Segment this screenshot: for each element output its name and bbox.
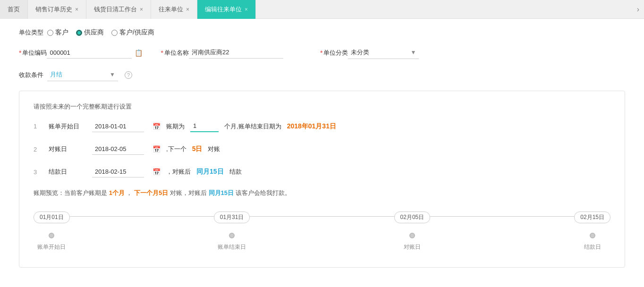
- unit-name-label: 单位名称: [164, 49, 189, 57]
- timeline-node-1: 01月01日 账单开始日: [34, 211, 70, 251]
- help-icon[interactable]: ?: [125, 71, 132, 79]
- timeline-date-1: 01月01日: [34, 211, 70, 223]
- timeline-dot-2: [229, 233, 235, 238]
- preview-period: 1个月: [109, 189, 125, 196]
- unit-code-input[interactable]: [47, 47, 132, 59]
- unit-type-label: 单位类型: [19, 28, 43, 37]
- tab-edit-partner-close[interactable]: ×: [245, 6, 248, 13]
- unit-category-select[interactable]: 未分类 ▼: [348, 46, 419, 59]
- unit-type-row: 单位类型 客户 供应商 客户/供应商: [19, 28, 625, 37]
- unit-type-radio-group: 客户 供应商 客户/供应商: [47, 28, 154, 37]
- category-dropdown-icon: ▼: [410, 49, 416, 56]
- tab-home[interactable]: 首页: [0, 0, 28, 19]
- reconcile-date-calendar-icon[interactable]: 📅: [153, 145, 161, 153]
- settings-row-2: 2 对账日 📅 ,下一个 5日 对账: [34, 144, 610, 155]
- reconcile-text-1: ,下一个: [166, 145, 186, 153]
- timeline-date-3: 02月05日: [394, 211, 431, 223]
- period-end-date: 2018年01月31日: [287, 122, 336, 131]
- payment-terms-label: 收款条件: [19, 71, 43, 79]
- timeline-label-2: 账单结束日: [218, 243, 246, 251]
- tab-more-button[interactable]: ›: [632, 5, 644, 14]
- unit-name-input[interactable]: [189, 47, 283, 59]
- timeline-label-3: 对账日: [404, 243, 421, 251]
- timeline-node-3: 02月05日 对账日: [394, 211, 431, 251]
- timeline-dot-3: [409, 233, 415, 238]
- settings-row-1: 1 账单开始日 📅 账期为 个月,账单结束日期为 2018年01月31日: [34, 120, 610, 132]
- reconcile-date-input[interactable]: [92, 144, 144, 155]
- period-text-2: 个月,账单结束日期为: [224, 122, 281, 131]
- row-label-3: 结款日: [49, 168, 86, 176]
- payment-date-calendar-icon[interactable]: 📅: [153, 168, 161, 176]
- row-label-2: 对账日: [49, 145, 86, 153]
- period-value-input[interactable]: [190, 120, 219, 132]
- timeline-dot-4: [590, 233, 595, 238]
- unit-category-group: * 单位分类 未分类 ▼: [320, 46, 419, 59]
- settings-row-3: 3 结款日 📅 ，对账后 同月15日 结款: [34, 166, 610, 177]
- payment-text-1: ，对账后: [166, 168, 191, 176]
- timeline-label-4: 结款日: [584, 243, 601, 251]
- tab-cashflow[interactable]: 钱货日清工作台 ×: [86, 0, 151, 19]
- preview-reconcile-day: 下一个月5日: [134, 189, 168, 196]
- payment-terms-select[interactable]: 月结 ▼: [47, 68, 118, 81]
- payment-terms-dropdown-icon: ▼: [110, 71, 115, 78]
- row-label-1: 账单开始日: [49, 122, 86, 131]
- row-num-2: 2: [34, 146, 43, 153]
- timeline-dot-1: [49, 233, 54, 238]
- start-date-input[interactable]: [92, 121, 144, 132]
- period-text-1: 账期为: [166, 122, 185, 131]
- timeline-node-4: 02月15日 结款日: [574, 211, 610, 251]
- main-content: 单位类型 客户 供应商 客户/供应商 * 单位编码 📋 * 单位名称: [0, 19, 644, 287]
- radio-both[interactable]: 客户/供应商: [111, 28, 154, 37]
- radio-customer[interactable]: 客户: [47, 28, 68, 37]
- tab-sales-order[interactable]: 销售订单历史 ×: [28, 0, 86, 19]
- payment-terms-value: 月结: [50, 70, 108, 79]
- unit-info-row: * 单位编码 📋 * 单位名称 * 单位分类 未分类 ▼: [19, 46, 625, 59]
- preview-text: 账期预览：当前客户账期是 1个月 ， 下一个月5日 对账，对账后 同月15日 该…: [34, 189, 610, 197]
- unit-code-calendar-icon[interactable]: 📋: [135, 49, 143, 57]
- unit-category-value: 未分类: [351, 48, 408, 57]
- preview-payment-day: 同月15日: [209, 189, 234, 196]
- timeline-date-4: 02月15日: [574, 211, 610, 223]
- row-num-1: 1: [34, 123, 43, 130]
- reconcile-text-2: 对账: [208, 145, 220, 153]
- settings-card: 请按照未来的一个完整帐期进行设置 1 账单开始日 📅 账期为 个月,账单结束日期…: [19, 91, 625, 268]
- tab-cashflow-close[interactable]: ×: [140, 6, 143, 13]
- radio-supplier[interactable]: 供应商: [76, 28, 104, 37]
- tab-bar: 首页 销售订单历史 × 钱货日清工作台 × 往来单位 × 编辑往来单位 × ›: [0, 0, 644, 19]
- reconcile-day-highlight: 5日: [192, 145, 203, 153]
- timeline-node-2: 01月31日 账单结束日: [214, 211, 250, 251]
- timeline-label-1: 账单开始日: [37, 243, 66, 251]
- timeline-date-2: 01月31日: [214, 211, 250, 223]
- unit-name-group: * 单位名称: [161, 47, 283, 59]
- unit-code-group: * 单位编码 📋: [19, 47, 143, 59]
- tab-partner[interactable]: 往来单位 ×: [151, 0, 197, 19]
- tab-sales-order-close[interactable]: ×: [75, 6, 78, 13]
- payment-day-highlight: 同月15日: [196, 168, 224, 176]
- tab-partner-close[interactable]: ×: [186, 6, 189, 13]
- timeline-nodes: 01月01日 账单开始日 01月31日 账单结束日 02月05日 对账日 02月…: [34, 211, 610, 251]
- start-date-calendar-icon[interactable]: 📅: [153, 123, 161, 130]
- unit-category-label: 单位分类: [323, 49, 348, 57]
- payment-date-input[interactable]: [92, 166, 144, 177]
- unit-code-label: 单位编码: [22, 49, 47, 57]
- timeline: 01月01日 账单开始日 01月31日 账单结束日 02月05日 对账日 02月…: [34, 207, 610, 256]
- row-num-3: 3: [34, 169, 43, 176]
- payment-text-2: 结款: [229, 168, 242, 176]
- payment-terms-row: 收款条件 月结 ▼ ?: [19, 68, 625, 81]
- tab-edit-partner[interactable]: 编辑往来单位 ×: [197, 0, 256, 19]
- card-title: 请按照未来的一个完整帐期进行设置: [34, 102, 610, 111]
